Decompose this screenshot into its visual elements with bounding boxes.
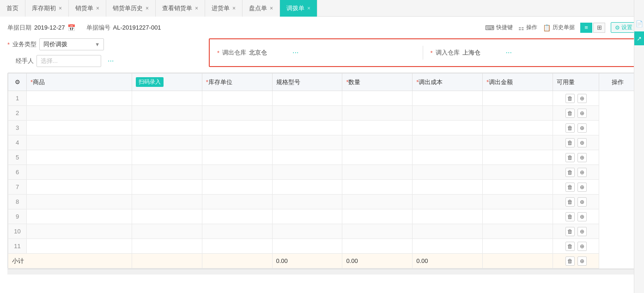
table-row: 4 🗑 ⊕	[8, 135, 636, 150]
copy-row-icon[interactable]: ⊕	[577, 242, 587, 251]
table-row: 7 🗑 ⊕	[8, 180, 636, 195]
tab-purchase[interactable]: 进货单 ×	[205, 0, 243, 17]
out-warehouse-field: * 调出仓库 北京仓 ···	[217, 49, 415, 57]
history-btn[interactable]: 📋 历史单据	[543, 24, 575, 31]
table-header: ⚙ *商品 扫码录入 *库存单位 规格型号 *数量 *调出成本	[8, 73, 636, 91]
delete-row-icon[interactable]: 🗑	[565, 94, 575, 103]
in-warehouse-field: * 调入仓库 上海仓 ···	[431, 49, 629, 57]
sidebar-export-icon[interactable]: ↗	[634, 31, 644, 45]
subtotal-quantity: 0.00	[272, 254, 342, 269]
column-actions: 操作	[599, 73, 636, 91]
column-cost: *调出成本	[413, 73, 483, 91]
close-purchase[interactable]: ×	[232, 5, 236, 12]
list-view-btn[interactable]: ≡	[580, 23, 592, 33]
warehouse-form: * 调出仓库 北京仓 ··· * 调入仓库 上海仓 ···	[209, 38, 637, 67]
table-row: 5 🗑 ⊕	[8, 150, 636, 165]
column-unit: *库存单位	[202, 73, 272, 91]
data-table: ⚙ *商品 扫码录入 *库存单位 规格型号 *数量 *调出成本	[7, 73, 637, 269]
tab-bar: 首页 库存期初 × 销货单 × 销货单历史 × 查看销货单 × 进货单 × 盘点…	[0, 0, 644, 17]
chevron-down-icon: ▼	[95, 42, 100, 47]
copy-row-icon[interactable]: ⊕	[577, 153, 587, 162]
out-warehouse-more-icon[interactable]: ···	[292, 49, 298, 57]
settings-btn[interactable]: ⚙ 设置	[611, 22, 637, 33]
delete-row-icon[interactable]: 🗑	[565, 123, 575, 133]
copy-row-icon[interactable]: ⊕	[577, 183, 587, 192]
view-toggle: ≡ ⊞	[580, 23, 605, 33]
toolbar-right: ⌨ 快捷键 ⚏ 操作 📋 历史单据 ≡ ⊞ ⚙ 设置	[485, 22, 637, 33]
form-left: * 业务类型 同价调拨 ▼ 经手人 选择... ···	[7, 38, 201, 67]
table-row: 2 🗑 ⊕	[8, 106, 636, 121]
subtotal-cost: 0.00	[342, 254, 413, 269]
tab-sales-history[interactable]: 销货单历史 ×	[106, 0, 156, 17]
close-view-sales[interactable]: ×	[195, 5, 198, 12]
delete-row-icon[interactable]: 🗑	[565, 153, 575, 162]
close-sales-order[interactable]: ×	[96, 5, 99, 12]
tab-inventory-initial[interactable]: 库存期初 ×	[25, 0, 69, 17]
main-content: 单据日期 2019-12-27 📅 单据编号 AL-20191227-001 ⌨…	[0, 17, 644, 280]
tab-sales-order[interactable]: 销货单 ×	[69, 0, 106, 17]
date-field: 单据日期 2019-12-27 📅	[7, 24, 75, 32]
calendar-icon[interactable]: 📅	[68, 24, 75, 31]
close-sales-history[interactable]: ×	[146, 5, 149, 12]
operations-icon: ⚏	[518, 24, 524, 31]
copy-row-icon[interactable]: ⊕	[577, 123, 587, 133]
delete-row-icon[interactable]: 🗑	[565, 256, 575, 266]
subtotal-label: 小计	[8, 254, 132, 269]
table-row: 8 🗑 ⊕	[8, 195, 636, 209]
copy-row-icon[interactable]: ⊕	[577, 227, 587, 236]
number-field: 单据编号 AL-20191227-001	[86, 24, 161, 32]
delete-row-icon[interactable]: 🗑	[565, 138, 575, 147]
copy-row-icon[interactable]: ⊕	[577, 138, 587, 147]
delete-row-icon[interactable]: 🗑	[565, 227, 575, 236]
business-type-field: * 业务类型 同价调拨 ▼	[7, 38, 201, 50]
copy-row-icon[interactable]: ⊕	[577, 109, 587, 118]
copy-row-icon[interactable]: ⊕	[577, 94, 587, 103]
column-available: 可用量	[553, 73, 599, 91]
grid-view-btn[interactable]: ⊞	[593, 23, 605, 33]
column-spec: 规格型号	[272, 73, 342, 91]
warehouse-divider	[423, 46, 423, 60]
column-amount: *调出金额	[483, 73, 553, 91]
business-type-select[interactable]: 同价调拨 ▼	[39, 38, 104, 50]
close-inventory-check[interactable]: ×	[270, 5, 273, 12]
shortcuts-icon: ⌨	[485, 24, 494, 31]
shortcuts-btn[interactable]: ⌨ 快捷键	[485, 24, 513, 31]
column-scan: 扫码录入	[132, 73, 202, 91]
delete-row-icon[interactable]: 🗑	[565, 183, 575, 192]
column-gear[interactable]: ⚙	[8, 73, 27, 91]
person-field: 经手人 选择... ···	[7, 55, 201, 67]
delete-row-icon[interactable]: 🗑	[565, 212, 575, 221]
in-warehouse-more-icon[interactable]: ···	[506, 49, 512, 57]
copy-row-icon[interactable]: ⊕	[577, 212, 587, 221]
delete-row-icon[interactable]: 🗑	[565, 242, 575, 251]
operations-btn[interactable]: ⚏ 操作	[518, 24, 537, 31]
tab-home[interactable]: 首页	[0, 0, 25, 17]
subtotal-row: 小计0.000.000.00 🗑 ⊕	[8, 254, 636, 269]
form-section: * 业务类型 同价调拨 ▼ 经手人 选择... ··· * 调出仓库	[7, 38, 637, 67]
column-product: *商品	[27, 73, 132, 91]
tab-view-sales[interactable]: 查看销货单 ×	[156, 0, 205, 17]
table-row: 1 🗑 ⊕	[8, 91, 636, 106]
delete-row-icon[interactable]: 🗑	[565, 168, 575, 177]
table-row: 6 🗑 ⊕	[8, 165, 636, 180]
close-inventory-initial[interactable]: ×	[59, 5, 62, 12]
person-more-icon[interactable]: ···	[108, 57, 114, 65]
horizontal-scrollbar[interactable]	[7, 269, 637, 275]
scan-entry-btn[interactable]: 扫码录入	[136, 77, 164, 87]
copy-row-icon[interactable]: ⊕	[577, 168, 587, 177]
copy-row-icon[interactable]: ⊕	[577, 256, 587, 266]
history-icon: 📋	[543, 24, 551, 31]
sidebar-notes-icon[interactable]: 📄	[634, 17, 644, 31]
subtotal-amount: 0.00	[413, 254, 483, 269]
delete-row-icon[interactable]: 🗑	[565, 197, 575, 207]
tab-transfer[interactable]: 调拨单 ×	[280, 0, 317, 17]
close-transfer[interactable]: ×	[307, 5, 310, 12]
table-row: 3 🗑 ⊕	[8, 121, 636, 135]
copy-row-icon[interactable]: ⊕	[577, 197, 587, 207]
column-quantity: *数量	[342, 73, 413, 91]
table-row: 11 🗑 ⊕	[8, 239, 636, 254]
tab-inventory-check[interactable]: 盘点单 ×	[243, 0, 280, 17]
table-row: 10 🗑 ⊕	[8, 224, 636, 239]
person-select[interactable]: 选择...	[36, 55, 101, 67]
delete-row-icon[interactable]: 🗑	[565, 109, 575, 118]
